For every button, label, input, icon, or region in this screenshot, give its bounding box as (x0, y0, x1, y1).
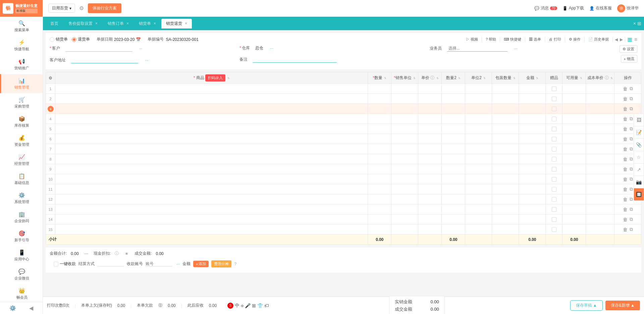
row-1-avail[interactable] (562, 84, 586, 94)
add-logistics-btn[interactable]: + 物流 (621, 55, 637, 63)
tab-sales-delivery-close[interactable]: × (154, 21, 156, 26)
experience-btn[interactable]: 体验行业方案 (88, 3, 121, 13)
sidebar-item-member[interactable]: 👑 畅会员 (0, 284, 43, 302)
row-6-copy[interactable]: ⧉ (630, 136, 633, 142)
cost-sort-icon[interactable]: ⇅ (610, 77, 613, 80)
row-14-delete[interactable]: 🗑 (623, 217, 628, 222)
right-tool-star[interactable]: ☆ (634, 151, 644, 164)
row-12-delete[interactable]: 🗑 (623, 197, 628, 202)
row-6-delete[interactable]: 🗑 (623, 136, 628, 142)
user-profile[interactable]: 徐 徐泽华 (617, 4, 639, 12)
expand-tab-btn[interactable]: ⊞ (637, 21, 641, 26)
right-tool-alert[interactable]: 🔲 (634, 188, 644, 200)
row-13-gift-check[interactable] (552, 207, 556, 212)
row-3-delete-icon[interactable]: 🗑 (623, 106, 628, 112)
row-7-delete[interactable]: 🗑 (623, 146, 628, 152)
row-2-pack[interactable] (492, 94, 519, 104)
row-2-avail[interactable] (562, 94, 586, 104)
row-5-delete[interactable]: 🗑 (623, 126, 628, 132)
message-btn[interactable]: 💬 消息 70 (534, 5, 557, 11)
row-12-copy[interactable]: ⧉ (630, 196, 633, 202)
unit2-sort-icon[interactable]: ⇅ (483, 77, 486, 80)
row-10-copy[interactable]: ⧉ (630, 176, 633, 182)
row-11-copy[interactable]: ⧉ (630, 186, 633, 192)
tool5-icon[interactable]: 👕 (257, 303, 263, 308)
row-10-delete[interactable]: 🗑 (623, 177, 628, 182)
row-15-delete[interactable]: 🗑 (623, 227, 628, 232)
row-14-copy[interactable]: ⧉ (630, 216, 633, 222)
warehouse-select-btn[interactable]: ··· (270, 46, 273, 51)
sidebar-item-basic[interactable]: 📋 基础信息 (0, 170, 43, 189)
row-4-gift-check[interactable] (552, 117, 556, 121)
row-3-copy-icon[interactable]: ⧉ (630, 106, 633, 112)
address-select-btn[interactable]: ··· (145, 58, 148, 63)
right-tool-note[interactable]: 📝 (634, 126, 644, 139)
row-3-gift-check[interactable] (552, 107, 556, 111)
row-8-gift-check[interactable] (552, 157, 556, 162)
tab-sales-return-close[interactable]: × (185, 21, 187, 26)
row-3-unit2[interactable] (465, 104, 492, 114)
row-1-qty2[interactable] (442, 84, 465, 94)
sidebar-item-inventory[interactable]: 📦 库存核算 (0, 112, 43, 131)
row-1-pack[interactable] (492, 84, 519, 94)
sidebar-item-sales[interactable]: 📊 销售管理 (0, 74, 43, 93)
topbar-settings-icon[interactable]: ⚙ (79, 5, 84, 11)
row-2-gift-check[interactable] (552, 97, 556, 101)
history-btn[interactable]: 📄 历史单据 (587, 36, 610, 43)
account-select-btn[interactable]: ··· (176, 262, 180, 266)
one-key-check[interactable] (54, 262, 58, 266)
select-btn[interactable]: ☰ 选单 (527, 36, 543, 43)
sidebar-item-guide[interactable]: 🎯 新手引导 (0, 227, 43, 246)
industry-select[interactable]: 日用百货 ▾ (48, 4, 75, 13)
row-5-gift-check[interactable] (552, 127, 556, 131)
next-record-icon[interactable]: ▶ (620, 37, 623, 42)
row-1-amount[interactable] (519, 84, 546, 94)
row-9-copy[interactable]: ⧉ (630, 166, 633, 172)
row-8-copy[interactable]: ⧉ (630, 156, 633, 162)
row-1-unit2[interactable] (465, 84, 492, 94)
row-12-gift-check[interactable] (552, 197, 556, 202)
row-1-unit[interactable] (391, 84, 418, 94)
tool2-icon[interactable]: ⎆ (241, 303, 244, 308)
settlement-input[interactable] (97, 261, 124, 266)
add-payment-btn[interactable]: + 添加 (193, 261, 209, 267)
row-1-delete-icon[interactable]: 🗑 (623, 86, 628, 91)
row-3-add[interactable]: + (46, 104, 55, 114)
qty2-sort-icon[interactable]: ⇅ (458, 77, 461, 80)
row-14-gift-check[interactable] (552, 217, 556, 222)
account-input[interactable] (146, 261, 172, 266)
price-sort-icon[interactable]: ⇅ (436, 77, 439, 80)
row-2-unit[interactable] (391, 94, 418, 104)
row-2-qty[interactable] (368, 94, 391, 104)
remarks-input[interactable] (253, 56, 337, 63)
tool6-icon[interactable]: 🏷 (264, 303, 269, 308)
row-2-unit2[interactable] (465, 94, 492, 104)
fee-split-help-icon[interactable]: ? (234, 262, 236, 266)
prev-record-icon[interactable]: ◀ (615, 37, 618, 42)
row-3-product[interactable] (55, 104, 368, 114)
row-2-product[interactable] (55, 94, 368, 104)
row-1-cost[interactable] (586, 84, 614, 94)
row-1-price[interactable] (418, 84, 442, 94)
sidebar-item-shortcut[interactable]: ⚡ 快捷导航 (0, 36, 43, 55)
sidebar-item-app[interactable]: 📱 应用中心 (0, 246, 43, 265)
row-13-delete[interactable]: 🗑 (623, 207, 628, 212)
right-tool-image[interactable]: 🖼 (634, 114, 644, 126)
customer-input[interactable] (65, 45, 132, 52)
agent-input[interactable] (447, 45, 507, 52)
add-row-btn[interactable]: + (48, 106, 54, 112)
list-view-icon[interactable]: ≡ (634, 37, 637, 43)
online-service-btn[interactable]: 👤 在线客服 (589, 5, 612, 11)
help-btn[interactable]: ? 帮助 (484, 36, 498, 43)
save-draft-btn[interactable]: 保存草稿 ▲ (570, 300, 603, 311)
row-9-gift-check[interactable] (552, 167, 556, 172)
shortcut-btn[interactable]: ⌨ 快捷键 (502, 36, 523, 43)
app-download-btn[interactable]: 📱 App下载 (562, 5, 584, 11)
tab-price-close[interactable]: × (95, 21, 98, 26)
tab-home[interactable]: 首页 (46, 19, 63, 28)
amount-sort-icon[interactable]: ⇅ (536, 77, 538, 80)
price-info-icon[interactable]: ⓘ (430, 75, 434, 80)
customer-select-btn[interactable]: ··· (139, 46, 143, 51)
unit-sort-icon[interactable]: ⇅ (413, 77, 416, 80)
row-2-delete-icon[interactable]: 🗑 (623, 96, 628, 102)
